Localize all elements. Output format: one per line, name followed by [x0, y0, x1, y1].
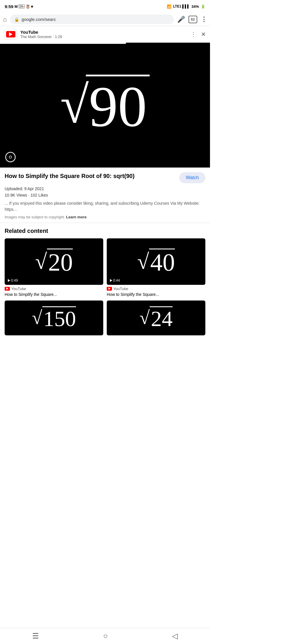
battery-icon: 🔋	[201, 4, 205, 9]
related-source-1: YouTube	[107, 287, 205, 291]
related-math-2: √ 150	[32, 306, 76, 330]
play-icon-0	[8, 279, 10, 282]
video-description: ... If you enjoyed this video please con…	[5, 200, 205, 213]
yt-info: YouTube The Math Sorcerer · 1:26	[20, 30, 188, 39]
related-item-title-0: How to Simplify the Square...	[5, 292, 103, 297]
video-info-section: How to Simplify the Square Root of 90: s…	[0, 168, 210, 223]
yt-notification-subtitle: The Math Sorcerer · 1:26	[20, 35, 188, 39]
browser-home-icon[interactable]: ⌂	[3, 16, 7, 23]
yt-logo	[4, 29, 17, 39]
yt-play-icon	[9, 32, 12, 36]
play-icon-1	[110, 279, 112, 282]
yt-logo-inner	[6, 31, 15, 37]
duration-badge-1: 0:44	[108, 278, 121, 283]
video-title-row: How to Simplify the Square Root of 90: s…	[5, 172, 205, 183]
more-menu-icon[interactable]: ⋮	[201, 16, 207, 23]
lock-icon: 🔒	[14, 17, 19, 22]
yt-close-icon[interactable]: ✕	[201, 31, 206, 38]
main-video-thumbnail[interactable]: √ 90	[0, 43, 210, 168]
battery-display: 34%	[191, 4, 199, 9]
related-source-0: YouTube	[5, 287, 103, 291]
related-item-0[interactable]: √ 20 0:49 YouTube How to Simplify the Sq…	[5, 238, 103, 297]
duration-badge-0: 0:49	[6, 278, 19, 283]
related-item-1[interactable]: √ 40 0:44 YouTube How to Simplify the Sq…	[107, 238, 205, 297]
related-section-title: Related content	[5, 228, 205, 234]
status-bar: 9:59 M Dh 🦉 📶 LTE1 ▌▌▌ 34% 🔋	[0, 0, 210, 13]
mic-icon[interactable]: 🎤	[177, 16, 185, 23]
related-thumbnail-3: √ 24	[107, 301, 205, 335]
upload-date: Uploaded: 9 Apr 2021	[5, 186, 44, 191]
bottom-nav: ☰ ○ ◁	[0, 628, 210, 644]
wifi-icon: 📶	[167, 4, 171, 9]
related-math-3: √ 24	[140, 306, 173, 330]
video-progress-bar	[0, 43, 210, 44]
carrier-icons: M Dh 🦉	[15, 4, 33, 9]
related-section: Related content √ 20 0:49 YouTube How	[0, 223, 210, 337]
yt-notification-bar: YouTube The Math Sorcerer · 1:26 ⋮ ✕	[0, 26, 210, 43]
related-thumbnail-1: √ 40 0:44	[107, 238, 205, 285]
bottom-spacer	[0, 337, 210, 357]
nav-menu-button[interactable]: ☰	[26, 629, 45, 643]
yt-logo-sm-1	[107, 287, 112, 291]
video-meta-uploaded: Uploaded: 9 Apr 2021 10.9K Views · 102 L…	[5, 186, 205, 199]
sqrt-number: 90	[86, 75, 150, 136]
time-display: 9:59	[5, 4, 13, 9]
address-bar[interactable]: 🔒 google.com/searc	[10, 15, 174, 24]
like-count: 102 Likes	[30, 193, 48, 197]
view-count: 10.9K Views	[5, 193, 27, 197]
related-item-3[interactable]: √ 24	[107, 301, 205, 337]
yt-logo-sm-0	[5, 287, 10, 291]
yt-notification-actions: ⋮ ✕	[191, 31, 206, 38]
lens-search-icon[interactable]	[5, 152, 16, 162]
related-math-1: √ 40	[137, 249, 175, 275]
copyright-notice: Images may be subject to copyright. Lear…	[5, 215, 205, 219]
yt-notification-title: YouTube	[20, 30, 188, 35]
related-thumbnail-2: √ 150	[5, 301, 103, 335]
status-right-icons: 📶 LTE1 ▌▌▌ 34% 🔋	[167, 4, 205, 9]
related-grid: √ 20 0:49 YouTube How to Simplify the Sq…	[5, 238, 205, 337]
sqrt-symbol: √	[60, 79, 89, 131]
learn-more-link[interactable]: Learn more	[66, 215, 87, 219]
video-title: How to Simplify the Square Root of 90: s…	[5, 172, 176, 180]
status-time: 9:59 M Dh 🦉	[5, 4, 33, 9]
related-item-title-1: How to Simplify the Square...	[107, 292, 205, 297]
watch-button[interactable]: Watch	[179, 172, 205, 183]
related-item-2[interactable]: √ 150	[5, 301, 103, 337]
tab-count-badge[interactable]: 62	[189, 16, 197, 23]
nav-back-button[interactable]: ◁	[166, 629, 184, 643]
related-thumbnail-0: √ 20 0:49	[5, 238, 103, 285]
browser-bar: ⌂ 🔒 google.com/searc 🎤 62 ⋮	[0, 13, 210, 26]
signal-icon: LTE1 ▌▌▌	[173, 4, 190, 8]
related-math-0: √ 20	[35, 249, 73, 275]
main-video-math: √ 90	[60, 75, 150, 136]
yt-options-icon[interactable]: ⋮	[191, 31, 196, 38]
address-text: google.com/searc	[21, 17, 56, 22]
nav-home-button[interactable]: ○	[97, 629, 114, 643]
